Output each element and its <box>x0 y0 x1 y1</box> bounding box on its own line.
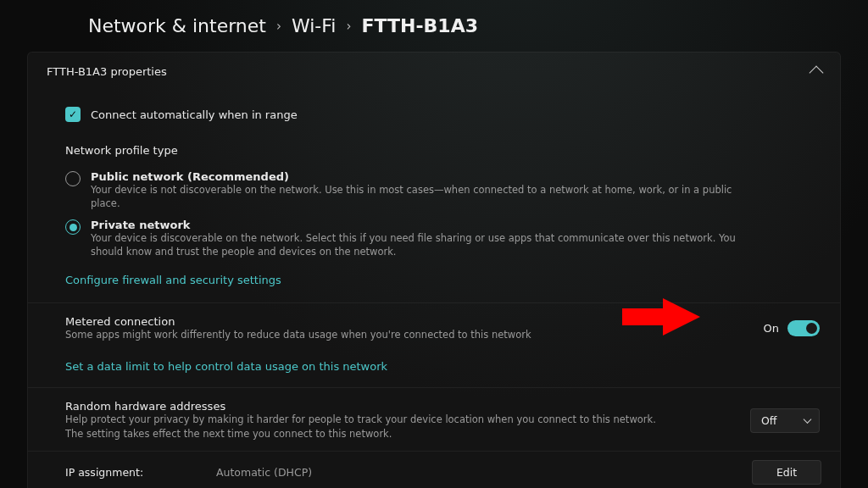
properties-card: FTTH-B1A3 properties Connect automatical… <box>27 52 841 488</box>
chevron-right-icon: › <box>276 19 281 34</box>
breadcrumb: Network & internet › Wi-Fi › FTTH-B1A3 <box>27 8 841 52</box>
random-hw-select[interactable]: Off <box>750 408 820 433</box>
firewall-settings-link[interactable]: Configure firewall and security settings <box>65 265 281 286</box>
ip-assignment-value: Automatic (DHCP) <box>216 466 752 479</box>
ip-assignment-label: IP assignment: <box>47 466 216 479</box>
breadcrumb-wifi[interactable]: Wi-Fi <box>292 15 337 36</box>
metered-title: Metered connection <box>65 315 750 328</box>
properties-title: FTTH-B1A3 properties <box>47 65 167 78</box>
metered-desc: Some apps might work differently to redu… <box>65 328 659 341</box>
private-network-title: Private network <box>91 219 752 231</box>
ip-edit-button[interactable]: Edit <box>752 460 821 485</box>
auto-connect-label: Connect automatically when in range <box>91 108 298 121</box>
breadcrumb-network[interactable]: Network & internet <box>88 15 266 36</box>
random-hw-desc: Help protect your privacy by making it h… <box>65 413 659 440</box>
metered-connection-row: Metered connection Some apps might work … <box>28 303 840 352</box>
public-network-desc: Your device is not discoverable on the n… <box>91 183 752 210</box>
chevron-right-icon: › <box>346 19 351 34</box>
breadcrumb-current: FTTH-B1A3 <box>361 15 478 36</box>
public-network-title: Public network (Recommended) <box>91 170 752 183</box>
random-hw-title: Random hardware addresses <box>65 400 737 413</box>
chevron-up-icon <box>810 66 824 80</box>
metered-state-label: On <box>764 322 779 335</box>
chevron-down-icon <box>804 415 812 424</box>
ip-assignment-row: IP assignment: Automatic (DHCP) Edit <box>28 452 840 488</box>
private-network-desc: Your device is discoverable on the netwo… <box>91 231 752 258</box>
random-hw-value: Off <box>761 414 776 427</box>
network-profile-header: Network profile type <box>65 136 821 169</box>
properties-expander[interactable]: FTTH-B1A3 properties <box>28 53 840 90</box>
auto-connect-checkbox[interactable] <box>65 107 81 122</box>
random-hw-row: Random hardware addresses Help protect y… <box>28 388 840 450</box>
private-network-radio[interactable] <box>65 219 81 235</box>
data-limit-link[interactable]: Set a data limit to help control data us… <box>65 352 387 373</box>
metered-toggle[interactable] <box>787 320 820 336</box>
public-network-radio[interactable] <box>65 171 81 186</box>
